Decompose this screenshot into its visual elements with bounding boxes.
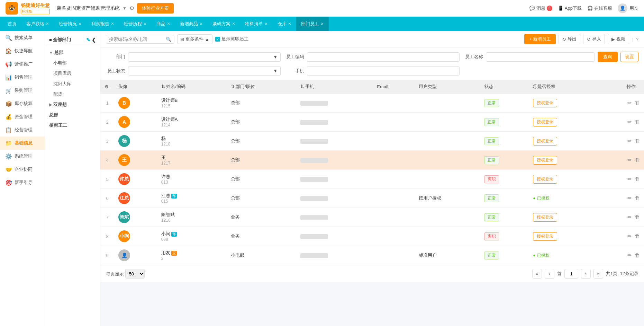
col-settings[interactable]: ⚙ [100, 80, 114, 94]
nav-item-employees[interactable]: 部门员工 ✕ [296, 17, 329, 31]
edit-icon[interactable]: ✏ [627, 176, 632, 182]
more-filter-button[interactable]: ⊞ 更多条件 ▲ [177, 34, 212, 44]
next-page-button[interactable]: › [581, 269, 591, 279]
edit-icon[interactable]: ✏ [627, 214, 632, 220]
last-page-button[interactable]: » [593, 269, 603, 279]
sidebar-item-system[interactable]: ⚙️ 系统管理 [0, 150, 45, 163]
sidebar-item-management[interactable]: 📋 经营管理 [0, 123, 45, 136]
message-button[interactable]: 💬 消息 6 [529, 5, 552, 11]
delete-icon[interactable]: 🗑 [635, 195, 640, 201]
dept-item-zhishu[interactable]: 植树王二 [45, 120, 100, 131]
dept-item-peihuo[interactable]: 配货 [45, 89, 100, 99]
authorize-button[interactable]: 授权登录 [533, 213, 557, 222]
phone-input[interactable] [307, 66, 460, 76]
nav-item-bom[interactable]: 物料清单 ✕ [240, 17, 273, 31]
close-icon[interactable]: ✕ [264, 21, 268, 26]
collapse-icon[interactable]: ❮ [92, 37, 96, 43]
edit-icon[interactable]: ✏ [627, 119, 632, 125]
authorize-button[interactable]: 授权登录 [533, 156, 557, 165]
nav-item-warehouse[interactable]: 仓库 ✕ [273, 17, 296, 31]
page-size-select[interactable]: 50 20 100 [125, 269, 145, 279]
dept-item-xiaodian[interactable]: 小电部 [45, 58, 100, 68]
page-number-input[interactable] [564, 269, 578, 279]
set-button[interactable]: 设置 [620, 52, 638, 62]
edit-dept-icon[interactable]: ✎ [86, 37, 90, 43]
empname-input[interactable] [486, 52, 595, 62]
first-page-button[interactable]: « [532, 269, 542, 279]
search-input[interactable] [109, 37, 164, 42]
dropdown-icon[interactable]: ▼ [123, 6, 127, 11]
edit-icon[interactable]: ✏ [627, 195, 632, 201]
sidebar-item-nav[interactable]: 🏠 快捷导航 [0, 44, 45, 58]
search-button[interactable]: 查询 [598, 52, 618, 62]
nav-item-history[interactable]: 经营历程 ✕ [119, 17, 152, 31]
dept-item-xianmu[interactable]: 项目库房 [45, 68, 100, 79]
authorize-button[interactable]: 授权登录 [533, 137, 557, 146]
status-select[interactable]: ▼ [128, 66, 281, 76]
close-icon[interactable]: ✕ [232, 21, 235, 26]
close-icon[interactable]: ✕ [78, 21, 82, 26]
video-button[interactable]: ▶ 视频 [608, 34, 629, 44]
close-icon[interactable]: ✕ [167, 21, 170, 26]
help-icon[interactable]: ? [636, 37, 638, 42]
gear-button[interactable]: ⚙ [129, 5, 134, 11]
import-button[interactable]: ↺ 导入 [583, 34, 605, 44]
edit-icon[interactable]: ✏ [627, 233, 632, 239]
edit-icon[interactable]: ✏ [627, 138, 632, 144]
delete-icon[interactable]: 🗑 [635, 176, 640, 182]
sidebar-item-marketing[interactable]: 📢 营销推广 [0, 58, 45, 71]
nav-item-barcode[interactable]: 条码方案 ✕ [208, 17, 240, 31]
sidebar-item-basic[interactable]: 📁 基础信息 [0, 136, 45, 150]
close-icon[interactable]: ✕ [320, 21, 324, 26]
nav-item-add-goods[interactable]: 新增商品 ✕ [175, 17, 208, 31]
edit-icon[interactable]: ✏ [627, 100, 632, 106]
nav-item-operations[interactable]: 经营情况 ✕ [54, 17, 87, 31]
delete-icon[interactable]: 🗑 [635, 214, 640, 220]
online-service-button[interactable]: 🎧 在线客服 [587, 5, 612, 11]
nav-item-goods[interactable]: 商品 ✕ [152, 17, 175, 31]
empcode-input[interactable] [307, 52, 460, 62]
dept-item-shenyang[interactable]: 沈阳大库 [45, 79, 100, 89]
edit-icon[interactable]: ✏ [627, 157, 632, 163]
delete-icon[interactable]: 🗑 [635, 233, 640, 239]
authorize-button[interactable]: 授权登录 [533, 99, 557, 107]
sidebar-item-purchase[interactable]: 🛒 采购管理 [0, 84, 45, 97]
close-icon[interactable]: ✕ [199, 21, 203, 26]
col-phone[interactable]: ⇅ 手机 [296, 80, 373, 94]
dept-item-shuangzuoxiang[interactable]: ▶ 双座想 [45, 99, 100, 110]
nav-item-customer[interactable]: 客户联络 ✕ [21, 17, 54, 31]
table-header-row: ⚙ 头像 ⇅ 姓名/编码 ⇅ 部门/职位 ⇅ 手机 Email 用户类型 状态 … [100, 80, 644, 94]
close-icon[interactable]: ✕ [288, 21, 291, 26]
delete-icon[interactable]: 🗑 [635, 157, 640, 163]
delete-icon[interactable]: 🗑 [635, 138, 640, 144]
delete-icon[interactable]: 🗑 [635, 119, 640, 125]
edit-icon[interactable]: ✏ [627, 252, 632, 258]
nav-item-profit[interactable]: 利润报告 ✕ [87, 17, 119, 31]
dept-item-zongbu[interactable]: ▼ 总部 [45, 47, 100, 58]
close-icon[interactable]: ✕ [111, 21, 114, 26]
sidebar-item-collab[interactable]: 🤝 企业协同 [0, 163, 45, 176]
prev-page-button[interactable]: ‹ [545, 269, 554, 279]
nav-item-home[interactable]: 首页 [3, 17, 21, 31]
experience-button[interactable]: 体验行业方案 [137, 3, 174, 14]
authorize-button[interactable]: 授权登录 [533, 118, 557, 126]
sidebar-item-guide[interactable]: 🎯 新手引导 [0, 176, 45, 189]
close-icon[interactable]: ✕ [46, 21, 49, 26]
add-employee-button[interactable]: + 新增员工 [524, 34, 556, 44]
show-resigned-toggle[interactable]: ✓ 显示离职员工 [215, 36, 248, 42]
sidebar-item-inventory[interactable]: 📦 库存核算 [0, 97, 45, 110]
dept-item-zongbu2[interactable]: 总部 [45, 110, 100, 120]
col-dept[interactable]: ⇅ 部门/职位 [227, 80, 296, 94]
close-icon[interactable]: ✕ [143, 21, 147, 26]
app-download-button[interactable]: 📱 App下载 [558, 5, 582, 11]
dept-select[interactable]: ▼ [128, 52, 281, 62]
export-button[interactable]: ↻ 导出 [559, 34, 580, 44]
sidebar-item-search[interactable]: 🔍 搜索菜单 [0, 31, 45, 44]
col-name[interactable]: ⇅ 姓名/编码 [157, 80, 227, 94]
authorize-button[interactable]: 授权登录 [533, 232, 557, 241]
sidebar-item-sales[interactable]: 📊 销售管理 [0, 71, 45, 84]
delete-icon[interactable]: 🗑 [635, 100, 640, 106]
authorize-button[interactable]: 授权登录 [533, 175, 557, 184]
delete-icon[interactable]: 🗑 [635, 252, 640, 258]
sidebar-item-finance[interactable]: 💰 资金管理 [0, 110, 45, 123]
